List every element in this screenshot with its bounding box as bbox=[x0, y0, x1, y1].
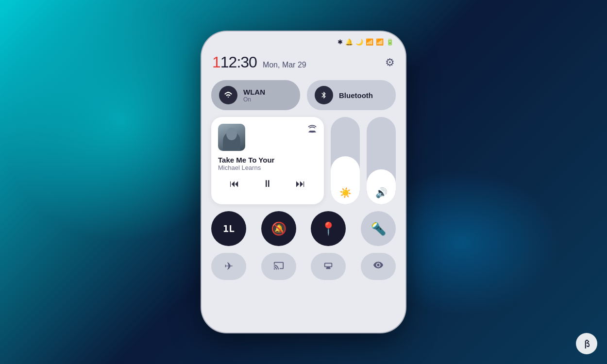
time-date: 112:30 Mon, Mar 29 bbox=[212, 53, 306, 71]
location-button[interactable]: 📍 bbox=[311, 211, 346, 246]
airplay-icon[interactable] bbox=[307, 124, 317, 136]
song-title: Take Me To Your bbox=[218, 156, 317, 164]
prev-button[interactable]: ⏮ bbox=[226, 176, 243, 191]
bluetooth-icon bbox=[315, 86, 333, 104]
wifi-status-icon: 📶 bbox=[366, 38, 373, 46]
one-l-icon: 1L bbox=[223, 223, 235, 234]
next-button[interactable]: ⏭ bbox=[292, 176, 309, 191]
main-controls: Take Me To Your Michael Learns ⏮ ⏸ ⏭ ☀️ bbox=[211, 117, 396, 204]
location-icon: 📍 bbox=[320, 221, 336, 236]
album-art bbox=[218, 124, 245, 151]
song-artist: Michael Learns bbox=[218, 164, 317, 171]
pause-button[interactable]: ⏸ bbox=[259, 176, 276, 191]
notification-status-icon: 🔔 bbox=[345, 38, 353, 46]
cast-button[interactable] bbox=[261, 253, 296, 280]
control-center: 112:30 Mon, Mar 29 ⚙ WLAN On bbox=[202, 48, 405, 332]
airplane-icon: ✈ bbox=[224, 260, 233, 273]
wlan-toggle[interactable]: WLAN On bbox=[211, 80, 300, 110]
bluetooth-status-icon: ✱ bbox=[337, 38, 343, 46]
battery-status-icon: 🔋 bbox=[386, 38, 394, 46]
music-controls: ⏮ ⏸ ⏭ bbox=[218, 176, 317, 191]
bottom-buttons-row: ✈ bbox=[211, 253, 396, 280]
signal-status-icon: 📶 bbox=[376, 38, 384, 46]
sliders-column: ☀️ 🔊 bbox=[331, 117, 396, 204]
volume-icon: 🔊 bbox=[375, 187, 388, 199]
airplane-button[interactable]: ✈ bbox=[211, 253, 246, 280]
watermark-logo: ꞵ bbox=[576, 333, 597, 354]
music-info: Take Me To Your Michael Learns bbox=[218, 156, 317, 171]
phone-shell: ✱ 🔔 🌙 📶 📶 🔋 112:30 Mon, Mar 29 ⚙ bbox=[202, 32, 405, 332]
wlan-icon bbox=[219, 86, 237, 104]
status-icons: ✱ 🔔 🌙 📶 📶 🔋 bbox=[337, 38, 394, 46]
music-card: Take Me To Your Michael Learns ⏮ ⏸ ⏭ bbox=[211, 117, 324, 204]
bluetooth-label: Bluetooth bbox=[339, 91, 373, 99]
wlan-text: WLAN On bbox=[243, 88, 265, 103]
wlan-label: WLAN bbox=[243, 88, 265, 96]
watermark: ꞵ bbox=[576, 333, 597, 354]
eye-button[interactable] bbox=[361, 253, 396, 280]
one-l-button[interactable]: 1L bbox=[211, 211, 246, 246]
mute-button[interactable]: 🔕 bbox=[261, 211, 296, 246]
toggle-row: WLAN On Bluetooth bbox=[211, 80, 396, 110]
volume-slider[interactable]: 🔊 bbox=[367, 117, 396, 204]
screen-mirror-button[interactable] bbox=[311, 253, 346, 280]
bluetooth-text: Bluetooth bbox=[339, 91, 373, 99]
time-value: 12:30 bbox=[220, 53, 257, 71]
round-buttons-row: 1L 🔕 📍 🔦 bbox=[211, 211, 396, 246]
brightness-icon: ☀️ bbox=[339, 187, 352, 199]
date-display: Mon, Mar 29 bbox=[263, 61, 306, 69]
flashlight-icon: 🔦 bbox=[371, 221, 386, 236]
eye-icon bbox=[373, 260, 384, 273]
settings-button[interactable]: ⚙ bbox=[385, 56, 395, 69]
screen-mirror-icon bbox=[323, 260, 334, 273]
music-top bbox=[218, 124, 317, 151]
moon-status-icon: 🌙 bbox=[355, 38, 363, 46]
bluetooth-toggle[interactable]: Bluetooth bbox=[307, 80, 396, 110]
header-row: 112:30 Mon, Mar 29 ⚙ bbox=[211, 51, 396, 73]
status-bar: ✱ 🔔 🌙 📶 📶 🔋 bbox=[202, 32, 405, 48]
time-display: 112:30 bbox=[212, 53, 257, 71]
flashlight-button[interactable]: 🔦 bbox=[361, 211, 396, 246]
mute-icon: 🔕 bbox=[271, 221, 287, 236]
brightness-slider[interactable]: ☀️ bbox=[331, 117, 360, 204]
wlan-sub: On bbox=[243, 96, 265, 103]
cast-icon bbox=[273, 260, 284, 273]
time-red-char: 1 bbox=[212, 53, 220, 71]
